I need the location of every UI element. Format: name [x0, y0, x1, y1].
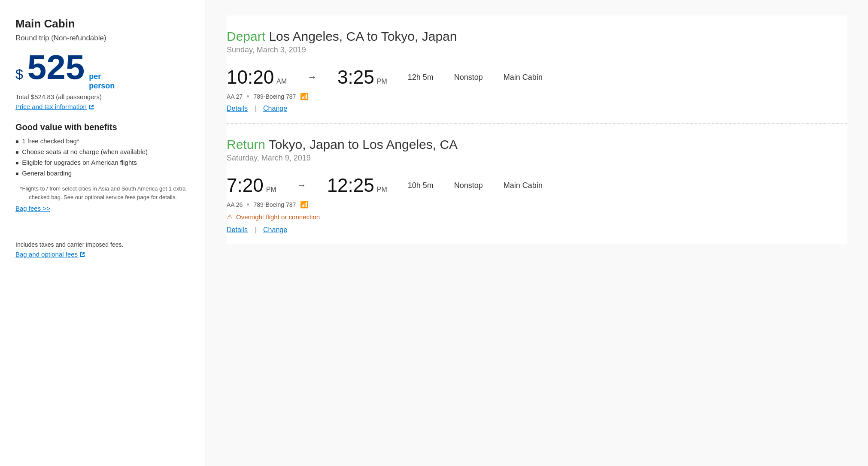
cabin-title: Main Cabin: [15, 17, 190, 30]
external-link-icon-2: [79, 251, 85, 257]
per-person-label: perperson: [89, 72, 115, 91]
separator-2: [247, 203, 249, 206]
return-aircraft: 789-Boeing 787: [253, 201, 296, 208]
benefit-item: ■ Eligible for upgrades on American flig…: [15, 159, 190, 166]
arrow-icon-2: →: [297, 180, 307, 191]
return-depart-period: PM: [266, 186, 276, 194]
return-arrive-time-block: 12:25 PM: [327, 175, 387, 196]
depart-details-link[interactable]: Details: [227, 105, 248, 112]
depart-aircraft: 789-Boeing 787: [253, 93, 296, 100]
return-duration: 10h 5m: [408, 181, 434, 190]
bag-fees-link[interactable]: Bag fees >>: [15, 205, 190, 212]
depart-duration: 12h 5m: [408, 73, 434, 82]
benefits-list: ■ 1 free checked bag* ■ Choose seats at …: [15, 137, 190, 177]
benefit-item: ■ 1 free checked bag*: [15, 137, 190, 145]
page-container: Main Cabin Round trip (Non-refundable) $…: [0, 0, 868, 466]
depart-change-link[interactable]: Change: [263, 105, 287, 112]
return-route: Tokyo, Japan to Los Angeles, CA: [269, 137, 458, 151]
depart-flight-section: Depart Los Angeles, CA to Tokyo, Japan S…: [227, 15, 847, 123]
sidebar-footer: Includes taxes and carrier imposed fees.…: [15, 233, 190, 258]
price-row: $ 525 perperson: [15, 50, 190, 91]
external-link-icon: [88, 104, 94, 110]
depart-nonstop: Nonstop: [454, 73, 483, 82]
overnight-text: Overnight flight or connection: [236, 213, 320, 221]
bullet-icon: ■: [15, 139, 18, 145]
arrive-time: 3:25: [337, 67, 374, 88]
arrow-icon: →: [307, 72, 317, 83]
return-label: Return: [227, 137, 265, 151]
depart-info-row: 10:20 AM → 3:25 PM 12h 5m Nonstop Main C…: [227, 67, 847, 88]
return-flight-code: AA 26: [227, 201, 243, 208]
return-depart-time: 7:20: [227, 175, 264, 196]
depart-label: Depart: [227, 29, 265, 43]
bag-optional-link[interactable]: Bag and optional fees: [15, 251, 85, 258]
return-flight-links: Details | Change: [227, 226, 847, 234]
return-info-row: 7:20 PM → 12:25 PM 10h 5m Nonstop Main C…: [227, 175, 847, 196]
return-nonstop: Nonstop: [454, 181, 483, 190]
bullet-icon: ■: [15, 160, 18, 166]
separator: [247, 95, 249, 97]
depart-details-row: AA 27 789-Boeing 787 📶: [227, 92, 847, 100]
bullet-icon: ■: [15, 171, 18, 177]
wifi-icon-2: 📶: [300, 200, 309, 209]
link-separator: |: [255, 105, 256, 112]
depart-period: AM: [276, 78, 287, 85]
bullet-icon: ■: [15, 149, 18, 155]
overnight-warning: ⚠ Overnight flight or connection: [227, 213, 847, 221]
return-arrive-time: 12:25: [327, 175, 374, 196]
return-change-link[interactable]: Change: [263, 226, 287, 234]
wifi-icon: 📶: [300, 92, 309, 100]
return-depart-time-block: 7:20 PM: [227, 175, 276, 196]
main-content: Depart Los Angeles, CA to Tokyo, Japan S…: [206, 0, 868, 466]
depart-flight-code: AA 27: [227, 93, 243, 100]
return-route-title: Return Tokyo, Japan to Los Angeles, CA: [227, 137, 847, 152]
benefits-footnote: *Flights to / from select cities in Asia…: [15, 185, 190, 201]
return-cabin: Main Cabin: [504, 181, 543, 190]
price-tax-link[interactable]: Price and tax information: [15, 103, 94, 110]
benefit-item: ■ Choose seats at no charge (when availa…: [15, 148, 190, 155]
total-price: Total $524.83 (all passengers): [15, 93, 190, 100]
arrive-period: PM: [377, 78, 387, 85]
return-details-link[interactable]: Details: [227, 226, 248, 234]
return-details-row: AA 26 789-Boeing 787 📶: [227, 200, 847, 209]
arrive-time-block: 3:25 PM: [337, 67, 387, 88]
trip-type: Round trip (Non-refundable): [15, 34, 190, 42]
link-separator-2: |: [255, 226, 256, 234]
benefits-title: Good value with benefits: [15, 122, 190, 132]
depart-route: Los Angeles, CA to Tokyo, Japan: [269, 29, 457, 43]
price-amount: 525: [27, 50, 85, 85]
footer-text: Includes taxes and carrier imposed fees.: [15, 241, 190, 248]
return-date: Saturday, March 9, 2019: [227, 154, 847, 163]
depart-cabin: Main Cabin: [504, 73, 543, 82]
sidebar: Main Cabin Round trip (Non-refundable) $…: [0, 0, 206, 466]
return-arrive-period: PM: [377, 186, 387, 194]
depart-time-block: 10:20 AM: [227, 67, 287, 88]
depart-route-title: Depart Los Angeles, CA to Tokyo, Japan: [227, 29, 847, 44]
benefit-item: ■ General boarding: [15, 169, 190, 177]
warning-icon: ⚠: [227, 213, 233, 221]
depart-time: 10:20: [227, 67, 274, 88]
return-flight-section: Return Tokyo, Japan to Los Angeles, CA S…: [227, 124, 847, 244]
depart-date: Sunday, March 3, 2019: [227, 45, 847, 54]
depart-flight-links: Details | Change: [227, 105, 847, 112]
dollar-sign: $: [15, 67, 23, 82]
